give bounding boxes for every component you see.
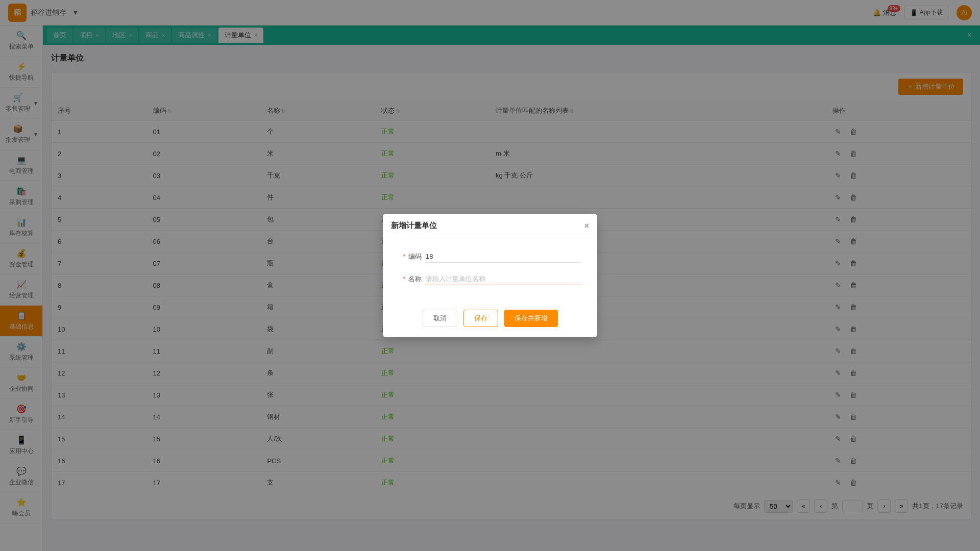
dialog-title: 新增计量单位 [391,221,437,231]
modal-overlay: 新增计量单位 × * 编码 * 名称 取消 保存 保存并新增 [0,0,980,551]
cancel-button[interactable]: 取消 [423,310,457,327]
code-input[interactable] [426,251,581,263]
dialog-header: 新增计量单位 × [383,214,597,238]
dialog-footer: 取消 保存 保存并新增 [383,304,597,337]
dialog-body: * 编码 * 名称 [383,238,597,304]
form-row-code: * 编码 [399,251,581,263]
save-and-new-button[interactable]: 保存并新增 [504,310,558,327]
form-row-name: * 名称 [399,273,581,285]
code-label: * 编码 [399,252,426,261]
name-label: * 名称 [399,274,426,284]
dialog-close-button[interactable]: × [584,221,589,231]
name-input[interactable] [426,273,581,285]
save-button[interactable]: 保存 [463,310,498,327]
required-mark: * [403,275,405,283]
required-mark: * [403,253,405,260]
add-unit-dialog: 新增计量单位 × * 编码 * 名称 取消 保存 保存并新增 [383,214,597,337]
